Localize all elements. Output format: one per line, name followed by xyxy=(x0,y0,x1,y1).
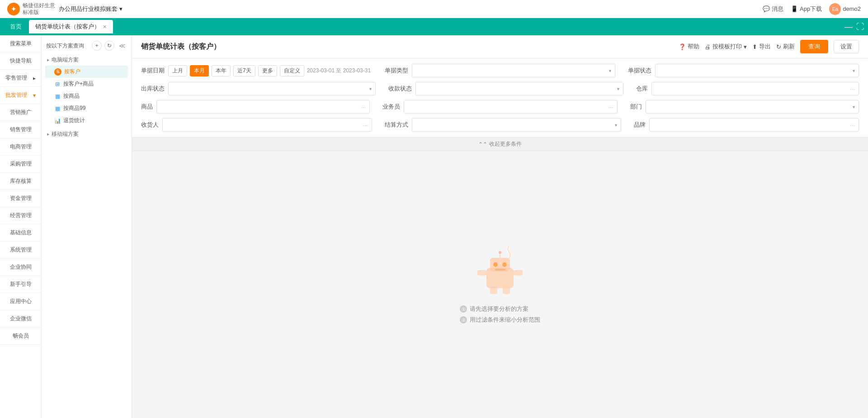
date-btn-last-month[interactable]: 上月 xyxy=(168,65,187,76)
sidebar-item-inventory[interactable]: 库存核算 xyxy=(0,173,41,190)
settlement-select[interactable]: ▾ xyxy=(412,118,622,132)
scheme-by-customer[interactable]: 客 按客户 xyxy=(45,66,128,78)
scheme-by-goods[interactable]: ▦ 按商品 xyxy=(45,90,128,102)
chevron-right-icon: ▸ xyxy=(33,75,36,81)
help-button[interactable]: ❓ 帮助 xyxy=(679,43,699,51)
collect-status-arrow-icon: ▾ xyxy=(617,86,619,91)
doc-status-select[interactable]: ▾ xyxy=(655,64,859,77)
chart2-icon: 📊 xyxy=(54,118,61,124)
right-panel: 销货单统计表（按客户） ❓ 帮助 🖨 按模板打印 ▾ ⬆ 导出 xyxy=(132,35,868,418)
doc-type-select[interactable]: ▾ xyxy=(412,64,616,77)
collapse-bar[interactable]: ⌃⌃ 收起更多条件 xyxy=(132,138,868,151)
user-menu[interactable]: Ea demo2 xyxy=(829,3,861,15)
download-icon: 📱 xyxy=(791,5,798,12)
svg-rect-4 xyxy=(495,269,505,271)
sidebar-item-basic-info[interactable]: 基础信息 xyxy=(0,224,41,242)
collect-status-label: 收款状态 xyxy=(388,85,412,93)
sidebar-item-finance[interactable]: 资金管理 xyxy=(0,190,41,207)
date-control: 上月 本月 本年 近7天 更多 自定义 2023-03-01 至 2023-03… xyxy=(168,65,372,76)
sidebar-item-retail[interactable]: 零售管理 ▸ xyxy=(0,70,41,87)
svg-rect-10 xyxy=(503,287,510,294)
logo-text: 畅捷信好生意 标准版 xyxy=(23,2,55,15)
refresh-button[interactable]: ↻ 刷新 xyxy=(776,43,795,51)
page-title: 销货单统计表（按客户） xyxy=(141,42,221,52)
date-btn-custom[interactable]: 自定义 xyxy=(280,65,304,76)
help-icon: ❓ xyxy=(679,43,686,50)
export-button[interactable]: ⬆ 导出 xyxy=(752,43,771,51)
sidebar-item-operations[interactable]: 经营管理 xyxy=(0,207,41,224)
grid2-icon: ▦ xyxy=(54,105,61,112)
empty-tip-1: ① 请先选择要分析的方案 xyxy=(460,305,540,313)
tab-sales-stats[interactable]: 销货单统计表（按客户） ✕ xyxy=(29,20,113,33)
pc-scheme-title[interactable]: ▸ 电脑端方案 xyxy=(45,54,128,66)
warehouse-select[interactable]: ··· xyxy=(651,82,859,95)
add-scheme-button[interactable]: + xyxy=(92,41,102,51)
collapse-bar-text: ⌃⌃ 收起更多条件 xyxy=(478,140,522,148)
main-layout: 搜索菜单 快捷导航 零售管理 ▸ 批发管理 ▾ 营销推广 销售管理 电商管理 采… xyxy=(0,35,868,418)
print-icon: 🖨 xyxy=(705,43,711,50)
sidebar-item-ecommerce[interactable]: 电商管理 xyxy=(0,138,41,156)
sidebar-item-sales[interactable]: 销售管理 xyxy=(0,121,41,138)
sidebar-item-quick-nav[interactable]: 快捷导航 xyxy=(0,52,41,70)
sidebar-item-members[interactable]: 畅会员 xyxy=(0,328,41,345)
goods-select[interactable]: ··· xyxy=(156,100,370,114)
chevron-down-icon: ▾ xyxy=(119,5,123,12)
content-area: 按以下方案查询 + ↻ ≪ ▸ 电脑端方案 客 按客户 xyxy=(42,35,868,418)
sidebar-item-system[interactable]: 系统管理 xyxy=(0,242,41,259)
sidebar-item-marketing[interactable]: 营销推广 xyxy=(0,104,41,121)
collect-status-select[interactable]: ▾ xyxy=(415,82,623,95)
scheme-return-stats[interactable]: 📊 退货统计 xyxy=(45,114,128,127)
date-btn-this-month[interactable]: 本月 xyxy=(190,65,209,76)
scheme-by-goods99[interactable]: ▦ 按商品99 xyxy=(45,102,128,114)
sidebar-item-purchase[interactable]: 采购管理 xyxy=(0,156,41,173)
department-select[interactable]: ▾ xyxy=(646,100,859,114)
maximize-button[interactable]: ⛶ xyxy=(856,22,864,32)
settings-button[interactable]: 设置 xyxy=(834,40,859,53)
sidebar-item-enterprise[interactable]: 企业协同 xyxy=(0,259,41,276)
filter-area: 单据日期 上月 本月 本年 近7天 更多 自定义 2023-03-01 至 20… xyxy=(132,58,868,138)
doc-status-arrow-icon: ▾ xyxy=(853,68,855,73)
settlement-arrow-icon: ▾ xyxy=(615,123,617,128)
salesperson-label: 业务员 xyxy=(382,103,400,111)
scheme-customer-goods[interactable]: ⊞ 按客户+商品 xyxy=(45,78,128,90)
query-button[interactable]: 查询 xyxy=(800,40,828,53)
chevron-down-icon: ▾ xyxy=(33,92,36,99)
minimize-button[interactable]: — xyxy=(844,22,853,32)
doc-status-label: 单据状态 xyxy=(628,66,651,75)
settlement-label: 结算方式 xyxy=(385,121,408,129)
date-btn-7days[interactable]: 近7天 xyxy=(233,65,255,76)
date-btn-this-year[interactable]: 本年 xyxy=(212,65,231,76)
date-btn-more[interactable]: 更多 xyxy=(258,65,277,76)
goods-label: 商品 xyxy=(141,103,153,111)
customer-scheme-icon: 客 xyxy=(54,68,61,76)
sidebar-item-newbie[interactable]: 新手引导 xyxy=(0,276,41,293)
left-panel: 按以下方案查询 + ↻ ≪ ▸ 电脑端方案 客 按客户 xyxy=(42,35,132,418)
sidebar-item-wholesale[interactable]: 批发管理 ▾ xyxy=(0,87,41,104)
empty-illustration xyxy=(473,245,527,299)
doc-type-label: 单据类型 xyxy=(385,66,408,75)
salesperson-select[interactable]: ··· xyxy=(404,100,617,114)
date-range: 2023-03-01 至 2023-03-31 xyxy=(307,67,371,75)
grid-icon: ▦ xyxy=(54,93,61,100)
receiver-select[interactable]: ··· xyxy=(162,118,372,132)
collapse-up-icon: ⌃⌃ xyxy=(478,141,487,147)
tab-home[interactable]: 首页 xyxy=(4,20,28,33)
sidebar-item-search-menu[interactable]: 搜索菜单 xyxy=(0,35,41,52)
industry-selector[interactable]: 办公用品行业模拟账套 ▾ xyxy=(59,5,123,13)
robot-svg xyxy=(473,245,527,299)
message-button[interactable]: 💬 消息 xyxy=(763,5,783,13)
empty-tip-2: ② 用过滤条件来缩小分析范围 xyxy=(460,316,540,324)
collapse-panel-button[interactable]: ≪ xyxy=(117,41,127,51)
tab-close-icon[interactable]: ✕ xyxy=(103,24,107,30)
refresh-scheme-button[interactable]: ↻ xyxy=(104,41,114,51)
brand-select[interactable]: ··· xyxy=(649,118,859,132)
app-download-button[interactable]: 📱 App下载 xyxy=(791,5,822,13)
export-icon: ⬆ xyxy=(752,43,757,50)
sidebar-item-apps[interactable]: 应用中心 xyxy=(0,293,41,310)
sidebar-item-wechat[interactable]: 企业微信 xyxy=(0,310,41,328)
dept-arrow-icon: ▾ xyxy=(853,104,855,109)
out-status-arrow-icon: ▾ xyxy=(369,86,372,91)
out-status-select[interactable]: ▾ xyxy=(168,82,376,95)
print-button[interactable]: 🖨 按模板打印 ▾ xyxy=(705,43,747,51)
mobile-scheme-title[interactable]: ▸ 移动端方案 xyxy=(45,128,128,140)
